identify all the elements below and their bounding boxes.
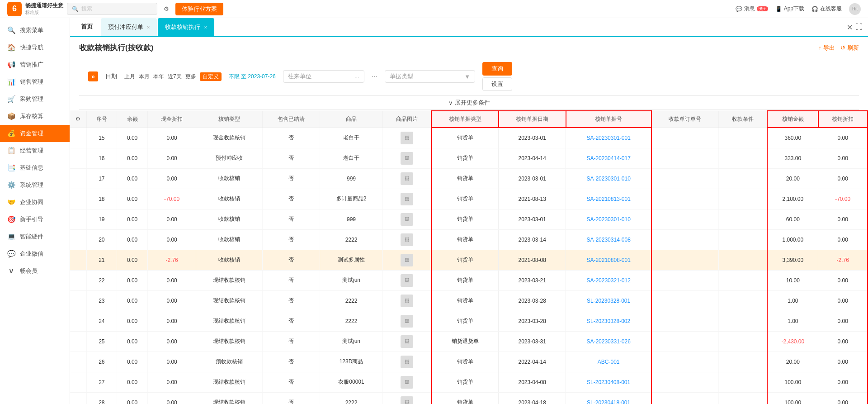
sidebar-item-basic[interactable]: 📑 基础信息 — [0, 159, 70, 176]
sidebar-item-sales[interactable]: 📊 销售管理 — [0, 73, 70, 90]
td-cancel-type: 预收款核销 — [196, 352, 263, 372]
sidebar-item-system[interactable]: ⚙️ 系统管理 — [0, 176, 70, 194]
online-service-btn[interactable]: 🎧 在线客服 — [811, 5, 842, 13]
doc-link[interactable]: SA-20230301-001 — [586, 135, 630, 141]
tab-collection-close[interactable]: × — [204, 24, 207, 30]
date-range[interactable]: 不限 至 2023-07-26 — [229, 73, 276, 81]
doc-link[interactable]: SA-20230331-026 — [586, 338, 630, 345]
td-settings — [70, 392, 86, 404]
from-unit-filter[interactable]: 往来单位 ··· — [283, 70, 364, 83]
finance-icon: 💰 — [7, 129, 15, 138]
refresh-btn[interactable]: ↺ 刷新 — [840, 44, 859, 52]
td-include-settled: 否 — [263, 250, 320, 270]
sidebar-item-marketing[interactable]: 📢 营销推广 — [0, 56, 70, 73]
td-receipt-order-no — [651, 270, 718, 290]
th-receipt-condition: 收款条件 — [718, 111, 767, 128]
gear-icon[interactable]: ⚙ — [161, 4, 172, 14]
td-cancel-doc-date: 2023-03-01 — [499, 168, 566, 189]
td-goods: 2222 — [320, 229, 382, 250]
date-opt-custom[interactable]: 自定义 — [200, 72, 222, 81]
sidebar-label-finance: 资金管理 — [20, 129, 43, 138]
td-include-settled: 否 — [263, 229, 320, 250]
date-opt-this-year[interactable]: 本年 — [153, 73, 164, 81]
td-receipt-condition — [718, 168, 767, 189]
guide-icon: 🎯 — [7, 215, 15, 223]
date-opt-7days[interactable]: 近7天 — [168, 73, 182, 81]
tab-prepay[interactable]: 预付冲应付单 × — [101, 18, 157, 36]
tab-close-btn[interactable]: ✕ — [847, 23, 853, 32]
export-btn[interactable]: ↑ 导出 — [819, 44, 835, 52]
td-cancel-doc-type: 销货单 — [431, 209, 499, 229]
filter-bar: » 日期 上月 本月 本年 近7天 更多 自定义 不限 至 2023-07-26 — [79, 57, 859, 96]
sidebar-item-nav[interactable]: 🏠 快捷导航 — [0, 39, 70, 56]
td-cancel-doc-date: 2023-03-21 — [499, 270, 566, 290]
brand-name: 畅捷通谱好生意 — [25, 2, 63, 10]
search-bar-top[interactable]: 🔍 搜索 — [67, 3, 157, 15]
sidebar-item-search[interactable]: 🔍 搜索菜单 — [0, 22, 70, 39]
doc-link[interactable]: SA-20210808-001 — [586, 257, 630, 263]
doc-link[interactable]: SA-20210813-001 — [586, 196, 630, 202]
date-opt-more[interactable]: 更多 — [185, 73, 196, 81]
date-label: 日期 — [105, 72, 117, 81]
td-balance: 0.00 — [117, 372, 148, 392]
sidebar-item-inventory[interactable]: 📦 库存核算 — [0, 108, 70, 125]
sidebar-item-wechat[interactable]: 💬 企业微信 — [0, 245, 70, 262]
tab-collection[interactable]: 收款核销执行 × — [158, 18, 214, 36]
td-receipt-condition — [718, 189, 767, 209]
td-cancel-doc-date: 2023-03-01 — [499, 209, 566, 229]
date-opt-this-month[interactable]: 本月 — [139, 73, 150, 81]
sidebar-item-hardware[interactable]: 💻 智能硬件 — [0, 228, 70, 245]
sidebar-item-member[interactable]: V 畅会员 — [0, 262, 70, 280]
single-type-filter[interactable]: 单据类型 ▼ — [385, 70, 475, 83]
td-receipt-condition — [718, 209, 767, 229]
th-settings: ⚙ — [70, 111, 86, 128]
tab-expand-btn[interactable]: ⛶ — [855, 23, 863, 31]
doc-link[interactable]: SA-20230314-008 — [586, 237, 630, 243]
doc-link[interactable]: SA-20230321-012 — [586, 277, 630, 284]
trial-btn[interactable]: 体验行业方案 — [175, 3, 223, 15]
td-include-settled: 否 — [263, 148, 320, 168]
td-goods-img: 🖼 — [382, 250, 431, 270]
filter-settings-btn[interactable]: 设置 — [482, 77, 512, 91]
td-no: 16 — [86, 148, 117, 168]
sidebar: 🔍 搜索菜单 🏠 快捷导航 📢 营销推广 📊 销售管理 🛒 采购管理 📦 库存核… — [0, 18, 70, 404]
purchase-icon: 🛒 — [7, 95, 15, 103]
doc-link[interactable]: SL-20230418-001 — [587, 399, 630, 404]
sidebar-item-operation[interactable]: 📋 经营管理 — [0, 142, 70, 159]
sidebar-item-finance[interactable]: 💰 资金管理 — [0, 125, 70, 142]
td-receipt-order-no — [651, 392, 718, 404]
td-include-settled: 否 — [263, 209, 320, 229]
expand-more-btn[interactable]: ∨ 展开更多条件 — [448, 99, 490, 107]
query-btn[interactable]: 查询 — [482, 62, 512, 76]
search-placeholder: 搜索 — [81, 5, 92, 13]
sidebar-label-guide: 新手引导 — [20, 215, 43, 223]
sidebar-item-collab[interactable]: 🤝 企业协同 — [0, 194, 70, 211]
doc-link[interactable]: SL-20230328-001 — [587, 298, 630, 304]
app-download-btn[interactable]: 📱 App下载 — [775, 5, 804, 13]
table-wrapper: ⚙ 序号 余额 现金折扣 核销类型 包含已结清 商品 商品图片 核销单据类型 核… — [70, 110, 868, 404]
expand-more-bar: ∨ 展开更多条件 — [79, 96, 859, 110]
date-opt-last-month[interactable]: 上月 — [124, 73, 135, 81]
doc-link[interactable]: SL-20230328-002 — [587, 318, 630, 324]
td-balance: 0.00 — [117, 148, 148, 168]
td-cancel-doc-date: 2023-04-08 — [499, 372, 566, 392]
table-row: 260.000.00预收款核销否123D商品🖼销货单2022-04-14ABC-… — [70, 352, 868, 372]
sidebar-label-inventory: 库存核算 — [20, 112, 43, 120]
doc-link[interactable]: SA-20230301-010 — [586, 216, 630, 223]
doc-link[interactable]: SA-20230414-017 — [586, 155, 630, 162]
top-bar: 6 畅捷通谱好生意 标准版 🔍 搜索 ⚙ 体验行业方案 💬 消息 99+ 📱 A… — [0, 0, 868, 18]
doc-link[interactable]: SL-20230408-001 — [587, 379, 630, 385]
tab-prepay-close[interactable]: × — [147, 24, 150, 30]
tab-home[interactable]: 首页 — [74, 18, 100, 36]
th-include-settled: 包含已结清 — [263, 111, 320, 128]
sidebar-item-guide[interactable]: 🎯 新手引导 — [0, 211, 70, 228]
message-btn[interactable]: 💬 消息 99+ — [736, 5, 768, 13]
doc-link[interactable]: ABC-001 — [598, 359, 620, 365]
sidebar-label-sales: 销售管理 — [20, 78, 43, 86]
doc-link[interactable]: SA-20230301-010 — [586, 176, 630, 182]
user-avatar[interactable]: Rit — [849, 3, 861, 15]
td-cancel-doc-no: SA-20230301-001 — [566, 128, 652, 148]
sidebar-item-purchase[interactable]: 🛒 采购管理 — [0, 90, 70, 108]
filter-expand-btn[interactable]: » — [88, 71, 98, 81]
sidebar-label-system: 系统管理 — [20, 181, 43, 189]
